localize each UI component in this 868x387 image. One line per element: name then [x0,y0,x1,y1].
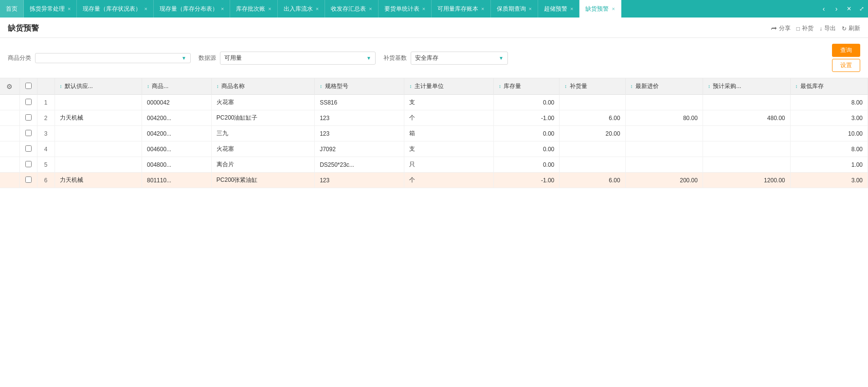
row-checkbox-3[interactable] [25,145,32,152]
tab-close-recv[interactable]: × [369,6,372,12]
row-checkbox-1[interactable] [25,114,32,121]
tab-exception[interactable]: 拣货异常处理× [24,0,77,18]
cell-replenish [560,157,625,173]
tab-close-overstock[interactable]: × [570,6,573,12]
table-row: 3 004200... 三九 123 箱 0.00 20.00 10.00 [0,126,868,141]
tab-close-expire[interactable]: × [529,6,532,12]
replenish-icon: □ [796,25,800,32]
row-checkbox-4[interactable] [25,161,32,167]
tab-close-demand[interactable]: × [422,6,425,12]
cell-num: 6 [37,173,54,188]
cell-est-purchase [703,141,790,157]
th-name[interactable]: ↕ 商品名称 [211,78,314,95]
cell-num: 5 [37,157,54,173]
th-code[interactable]: ↕ 商品... [142,78,212,95]
tab-shortage[interactable]: 缺货预警× [579,0,621,18]
cell-latest-price: 80.00 [625,110,703,126]
tab-close-batch[interactable]: × [268,6,271,12]
sort-icon: ↕ [60,84,62,89]
table-row: 1 0000042 火花塞 SS816 支 0.00 8.00 [0,95,868,110]
tab-fullscreen-btn[interactable]: ⤢ [855,0,868,18]
sort-icon: ↕ [217,84,219,89]
select-all-checkbox[interactable] [25,83,32,89]
cell-num: 4 [37,141,54,157]
row-checkbox-5[interactable] [25,176,32,183]
cell-code: 004200... [142,110,212,126]
cell-checkbox[interactable] [19,157,37,173]
export-btn[interactable]: ↓ 导出 [819,24,836,33]
category-select[interactable]: ▼ [35,53,191,63]
tab-close-exception[interactable]: × [68,6,71,12]
filter-bar: 商品分类 ▼ 数据源 可用量 ▼ 补货基数 安全库存 ▼ 查询 设置 [0,38,868,78]
cell-est-purchase [703,95,790,110]
share-btn[interactable]: ⮫ 分享 [771,24,791,33]
tab-demand[interactable]: 要货单统计表× [379,0,432,18]
cell-name: PC200张紧油缸 [211,173,314,188]
th-gear[interactable]: ⚙ [0,78,19,95]
tab-batch[interactable]: 库存批次账× [230,0,277,18]
cell-unit: 箱 [404,126,494,141]
th-stock[interactable]: ↕ 库存量 [493,78,559,95]
th-spec[interactable]: ↕ 规格型号 [315,78,404,95]
cell-supplier: 力天机械 [54,110,142,126]
th-min-stock[interactable]: ↕ 最低库存 [790,78,868,95]
table-container: ⚙ ↕ 默认供应... ↕ 商品... ↕ [0,78,868,188]
table-body: 1 0000042 火花塞 SS816 支 0.00 8.00 2 力天机械 0… [0,95,868,188]
cell-checkbox[interactable] [19,173,37,188]
cell-checkbox[interactable] [19,126,37,141]
cell-unit: 支 [404,95,494,110]
query-button[interactable]: 查询 [832,44,860,57]
refresh-btn[interactable]: ↻ 刷新 [842,24,860,33]
tab-next-btn[interactable]: › [830,0,843,18]
tab-available[interactable]: 可用量库存账本× [432,0,490,18]
th-est-purchase[interactable]: ↕ 预计采购... [703,78,790,95]
cell-replenish: 6.00 [560,173,625,188]
tab-home[interactable]: 首页 [0,0,24,18]
tab-close-stock-status[interactable]: × [144,6,147,12]
cell-min-stock: 3.00 [790,173,868,188]
tab-stock-status[interactable]: 现存量（库存状况表）× [77,0,153,18]
cell-min-stock: 3.00 [790,110,868,126]
cell-gear [0,141,19,157]
tab-prev-btn[interactable]: ‹ [817,0,830,18]
cell-code: 004600... [142,141,212,157]
cell-stock: -1.00 [493,173,559,188]
row-checkbox-2[interactable] [25,130,32,136]
tab-flow[interactable]: 出入库流水× [278,0,325,18]
row-checkbox-0[interactable] [25,99,32,105]
tab-overstock[interactable]: 超储预警× [538,0,579,18]
category-arrow-icon: ▼ [181,55,186,61]
table-row: 5 004800... 离合片 DS250*23c... 只 0.00 1.00 [0,157,868,173]
cell-code: 801110... [142,173,212,188]
th-latest-price[interactable]: ↕ 最新进价 [625,78,703,95]
cell-replenish [560,141,625,157]
tab-close-flow[interactable]: × [316,6,319,12]
replenish-btn[interactable]: □ 补货 [796,24,814,33]
settings-button[interactable]: 设置 [832,59,860,72]
tab-recv[interactable]: 收发存汇总表× [325,0,378,18]
datasource-select[interactable]: 可用量 ▼ [220,52,376,65]
cell-min-stock: 10.00 [790,126,868,141]
th-supplier[interactable]: ↕ 默认供应... [54,78,142,95]
cell-checkbox[interactable] [19,95,37,110]
tab-close-shortage[interactable]: × [612,6,615,12]
tab-close-stock-dist[interactable]: × [221,6,224,12]
replenish-base-arrow-icon: ▼ [499,55,504,61]
th-checkbox[interactable] [19,78,37,95]
cell-checkbox[interactable] [19,110,37,126]
replenish-base-select[interactable]: 安全库存 ▼ [411,52,508,65]
header-actions: ⮫ 分享 □ 补货 ↓ 导出 ↻ 刷新 [771,24,860,33]
cell-supplier [54,141,142,157]
th-unit[interactable]: ↕ 主计量单位 [404,78,494,95]
sort-icon: ↕ [409,84,412,89]
tab-close-available[interactable]: × [481,6,484,12]
cell-supplier [54,126,142,141]
cell-latest-price [625,141,703,157]
th-replenish[interactable]: ↕ 补货量 [560,78,625,95]
cell-code: 004200... [142,126,212,141]
tab-stock-dist[interactable]: 现存量（库存分布表）× [154,0,230,18]
cell-checkbox[interactable] [19,141,37,157]
tab-close-all-btn[interactable]: ✕ [843,0,855,18]
tab-expire[interactable]: 保质期查询× [491,0,538,18]
cell-latest-price [625,157,703,173]
